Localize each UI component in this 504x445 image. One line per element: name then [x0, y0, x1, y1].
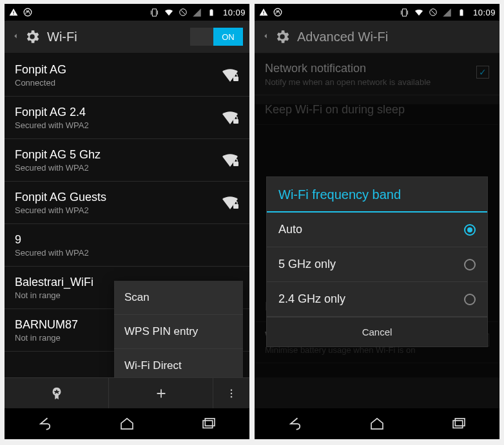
- svg-rect-13: [453, 421, 463, 428]
- frequency-dialog: Wi-Fi frequency band Auto 5 GHz only 2.4…: [266, 176, 488, 347]
- network-row[interactable]: Fonpit AG 2.4 Secured with WPA2: [5, 97, 249, 139]
- nav-bar: [255, 408, 499, 439]
- action-bar: [5, 377, 249, 408]
- wifi-lock-icon: [221, 153, 239, 168]
- sync-off-icon: [428, 7, 438, 17]
- gear-icon: [274, 28, 291, 45]
- toggle-on-label: ON: [213, 28, 243, 46]
- motorola-icon: [23, 7, 33, 17]
- network-row[interactable]: 9 Secured with WPA2: [5, 224, 249, 267]
- wifi-icon: [414, 7, 424, 17]
- dialog-option-24ghz[interactable]: 2.4 GHz only: [267, 282, 487, 317]
- network-status: Secured with WPA2: [15, 205, 221, 215]
- nav-bar: [5, 408, 249, 439]
- phone-right: 10:09 Advanced Wi-Fi ✓ Network notificat…: [255, 4, 499, 439]
- wifi-toggle[interactable]: ON: [190, 28, 243, 46]
- option-label: Auto: [278, 223, 302, 236]
- nav-recents-icon[interactable]: [449, 413, 469, 434]
- row-subtitle: Notify me when an open network is availa…: [265, 77, 445, 87]
- svg-rect-3: [233, 119, 238, 124]
- battery-icon: [456, 7, 467, 17]
- gear-icon: [24, 28, 41, 45]
- network-status: Secured with WPA2: [15, 163, 221, 173]
- nav-home-icon[interactable]: [117, 413, 137, 434]
- option-label: 2.4 GHz only: [278, 292, 345, 306]
- page-title: Wi-Fi: [47, 30, 77, 44]
- network-status: Secured with WPA2: [15, 120, 221, 130]
- overflow-button[interactable]: [213, 378, 249, 408]
- radio-icon: [464, 294, 476, 305]
- vibrate-icon: [400, 7, 410, 17]
- wifi-lock-icon: [221, 195, 239, 211]
- overflow-menu: Scan WPS PIN entry Wi-Fi Direct Advanced: [114, 281, 243, 377]
- nav-home-icon[interactable]: [367, 413, 387, 434]
- warning-icon: [258, 7, 269, 17]
- checkbox-icon[interactable]: ✓: [476, 66, 489, 79]
- dialog-cancel-button[interactable]: Cancel: [267, 317, 487, 346]
- wps-button[interactable]: [5, 378, 109, 408]
- svg-rect-14: [455, 419, 465, 426]
- svg-point-7: [231, 392, 232, 393]
- title-bar: Advanced Wi-Fi: [255, 21, 499, 54]
- svg-rect-10: [205, 419, 215, 426]
- wifi-lock-icon: [221, 68, 239, 83]
- clock: 10:09: [223, 8, 246, 17]
- wifi-lock-icon: [221, 110, 239, 126]
- add-network-button[interactable]: [109, 378, 213, 408]
- nav-recents-icon[interactable]: [199, 413, 219, 434]
- back-icon[interactable]: [11, 30, 20, 44]
- status-bar: 10:09: [5, 4, 249, 21]
- sync-off-icon: [178, 7, 188, 17]
- nav-back-icon[interactable]: [35, 413, 55, 434]
- clock: 10:09: [473, 8, 496, 17]
- svg-point-8: [231, 396, 232, 397]
- network-row[interactable]: Fonpit AG Connected: [5, 54, 249, 97]
- network-name: Fonpit AG 5 Ghz: [15, 148, 221, 162]
- dialog-option-auto[interactable]: Auto: [267, 213, 487, 247]
- row-title: Network notification: [265, 62, 489, 75]
- signal-icon: [442, 7, 452, 17]
- signal-icon: [192, 7, 202, 17]
- nav-back-icon[interactable]: [285, 413, 305, 434]
- menu-item-wifidirect[interactable]: Wi-Fi Direct: [114, 349, 243, 377]
- radio-icon: [464, 224, 476, 236]
- network-name: Fonpit AG 2.4: [15, 106, 221, 119]
- svg-rect-9: [203, 421, 213, 428]
- battery-icon: [206, 7, 217, 17]
- network-name: 9: [15, 233, 239, 247]
- network-row[interactable]: Fonpit AG 5 Ghz Secured with WPA2: [5, 139, 249, 182]
- title-bar: Wi-Fi ON: [5, 21, 249, 54]
- svg-point-6: [231, 389, 232, 390]
- dialog-title: Wi-Fi frequency band: [267, 177, 487, 213]
- network-status: Connected: [15, 78, 221, 88]
- wifi-icon: [164, 7, 174, 17]
- svg-rect-4: [233, 162, 238, 166]
- network-name: Fonpit AG: [15, 63, 221, 77]
- svg-rect-2: [233, 77, 238, 81]
- status-bar: 10:09: [255, 4, 499, 21]
- network-name: Fonpit AG Guests: [15, 191, 221, 204]
- network-list: Fonpit AG Connected Fonpit AG 2.4 Secure…: [5, 54, 249, 377]
- menu-item-wps[interactable]: WPS PIN entry: [114, 315, 243, 349]
- menu-item-scan[interactable]: Scan: [114, 281, 243, 315]
- motorola-icon: [273, 7, 283, 17]
- phone-left: 10:09 Wi-Fi ON Fonpit AG Connected Fonp: [5, 4, 249, 439]
- network-status: Secured with WPA2: [15, 248, 239, 258]
- row-network-notification[interactable]: ✓ Network notification Notify me when an…: [255, 54, 499, 95]
- option-label: 5 GHz only: [278, 258, 336, 271]
- warning-icon: [8, 7, 19, 17]
- vibrate-icon: [150, 7, 160, 17]
- svg-rect-5: [233, 204, 238, 209]
- advanced-list: ✓ Network notification Notify me when an…: [255, 54, 499, 408]
- page-title: Advanced Wi-Fi: [297, 30, 388, 44]
- dialog-option-5ghz[interactable]: 5 GHz only: [267, 247, 487, 282]
- radio-icon: [464, 259, 476, 270]
- back-icon[interactable]: [261, 30, 270, 44]
- network-row[interactable]: Fonpit AG Guests Secured with WPA2: [5, 182, 249, 224]
